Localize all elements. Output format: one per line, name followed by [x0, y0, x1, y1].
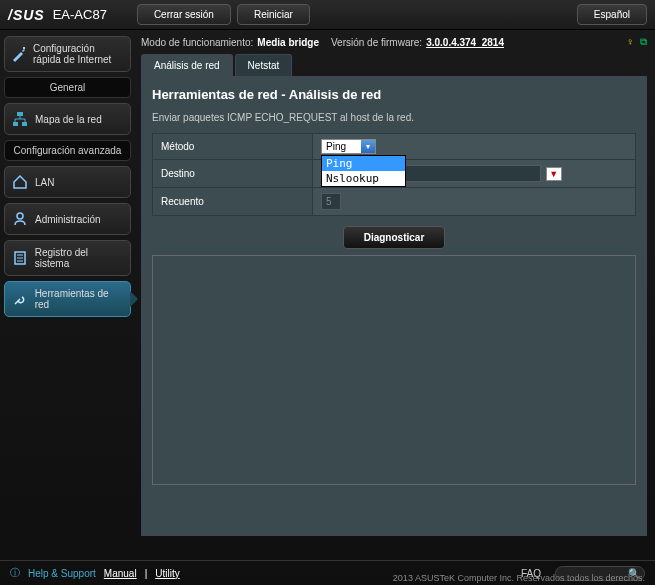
sidebar-item-label: Configuración rápida de Internet: [33, 43, 124, 65]
count-label: Recuento: [153, 188, 313, 216]
panel-title: Herramientas de red - Análisis de red: [152, 87, 636, 102]
sidebar-item-networkmap[interactable]: Mapa de la red: [4, 103, 131, 135]
form-table: Método Ping Ping Nslookup: [152, 133, 636, 216]
header-bar: /SUS EA-AC87 Cerrar sesión Reiniciar Esp…: [0, 0, 655, 30]
sidebar-item-admin[interactable]: Administración: [4, 203, 131, 235]
main-content: Modo de funcionamiento: Media bridge Ver…: [135, 30, 655, 560]
help-link[interactable]: Help & Support: [28, 568, 96, 579]
tools-icon: [11, 290, 29, 308]
favorites-button[interactable]: ▼: [546, 167, 562, 181]
connection-icon[interactable]: ⧉: [640, 36, 647, 48]
sidebar-section-general: General: [4, 77, 131, 98]
method-dropdown: Ping Nslookup: [321, 155, 406, 187]
model-name: EA-AC87: [53, 7, 107, 22]
utility-link[interactable]: Utility: [155, 568, 179, 579]
method-option-ping[interactable]: Ping: [322, 156, 405, 171]
method-option-nslookup[interactable]: Nslookup: [322, 171, 405, 186]
svg-rect-1: [17, 112, 23, 116]
sidebar-item-label: Herramientas de red: [35, 288, 124, 310]
admin-icon: [11, 210, 29, 228]
svg-point-0: [23, 47, 25, 49]
manual-link[interactable]: Manual: [104, 568, 137, 579]
tab-netstat[interactable]: Netstat: [235, 54, 293, 76]
sidebar-item-quicksetup[interactable]: Configuración rápida de Internet: [4, 36, 131, 72]
sidebar-item-syslog[interactable]: Registro del sistema: [4, 240, 131, 276]
sidebar-item-label: LAN: [35, 177, 54, 188]
language-button[interactable]: Español: [577, 4, 647, 25]
tab-bar: Análisis de red Netstat: [141, 54, 647, 76]
firmware-label: Versión de firmware:: [331, 37, 422, 48]
method-label: Método: [153, 134, 313, 160]
svg-point-4: [17, 213, 23, 219]
panel: Herramientas de red - Análisis de red En…: [141, 76, 647, 536]
target-label: Destino: [153, 160, 313, 188]
mode-label: Modo de funcionamiento:: [141, 37, 253, 48]
svg-rect-2: [13, 122, 18, 126]
firmware-value[interactable]: 3.0.0.4.374_2814: [426, 37, 504, 48]
sidebar-section-advanced: Configuración avanzada: [4, 140, 131, 161]
status-bar: Modo de funcionamiento: Media bridge Ver…: [141, 36, 647, 48]
mode-value: Media bridge: [257, 37, 319, 48]
network-icon: [11, 110, 29, 128]
svg-rect-3: [22, 122, 27, 126]
diagnose-button[interactable]: Diagnosticar: [343, 226, 446, 249]
copyright: 2013 ASUSTeK Computer Inc. Reservados to…: [393, 573, 645, 583]
reboot-button[interactable]: Reiniciar: [237, 4, 310, 25]
sidebar-item-nettools[interactable]: Herramientas de red: [4, 281, 131, 317]
output-area: [152, 255, 636, 485]
sidebar-item-label: Administración: [35, 214, 101, 225]
sidebar-item-label: Registro del sistema: [35, 247, 124, 269]
brand-logo: /SUS: [8, 7, 45, 23]
house-icon: [11, 173, 29, 191]
info-icon: ⓘ: [10, 566, 20, 580]
logout-button[interactable]: Cerrar sesión: [137, 4, 231, 25]
tab-netanalysis[interactable]: Análisis de red: [141, 54, 233, 76]
method-select[interactable]: Ping Ping Nslookup: [321, 139, 376, 154]
panel-description: Enviar paquetes ICMP ECHO_REQUEST al hos…: [152, 112, 636, 123]
sidebar-item-label: Mapa de la red: [35, 114, 102, 125]
chevron-down-icon: [361, 140, 375, 153]
sidebar: Configuración rápida de Internet General…: [0, 30, 135, 560]
bulb-icon[interactable]: ♀: [627, 36, 635, 48]
count-input[interactable]: [321, 193, 341, 210]
sidebar-item-lan[interactable]: LAN: [4, 166, 131, 198]
log-icon: [11, 249, 29, 267]
wand-icon: [11, 45, 27, 63]
